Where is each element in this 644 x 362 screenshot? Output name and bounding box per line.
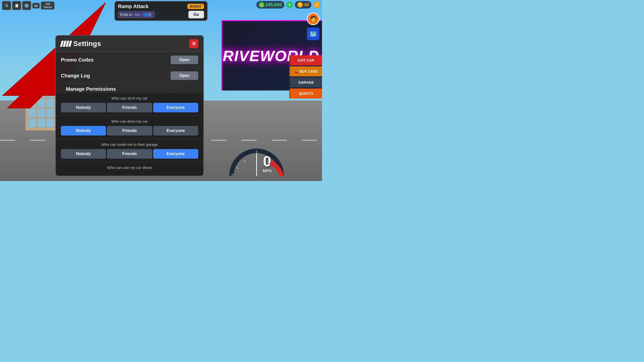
green-currency-icon: 💰: [259, 2, 264, 8]
gold-currency-icon: 🪙: [297, 2, 303, 8]
ramp-attack-banner: Ramp Attack BOOST Ends in: 44s 👥 3 Go: [114, 1, 208, 21]
speedometer-arc: [229, 148, 284, 178]
settings-stripes-icon: [61, 41, 71, 47]
drive-question: Who can drive my car: [61, 119, 198, 123]
doors-permission-group: Who can use my car doors: [56, 162, 203, 175]
ramp-attack-title: Ramp Attack: [118, 4, 149, 9]
sit-everyone-button[interactable]: Everyone: [153, 103, 198, 112]
sit-friends-button[interactable]: Friends: [107, 103, 152, 112]
ends-in-label: Ends in:: [120, 13, 133, 17]
player-avatar: 🧑: [307, 13, 319, 25]
drive-permission-group: Who can drive my car Nobody Friends Ever…: [56, 116, 203, 139]
add-gold-button[interactable]: +: [313, 2, 320, 8]
green-currency: 💰 245,000: [256, 1, 284, 9]
player-info: Still Glacier: [41, 2, 55, 10]
sit-buttons: Nobody Friends Everyone: [61, 103, 198, 112]
garage-friends-button[interactable]: Friends: [107, 149, 152, 159]
drive-nobody-button[interactable]: Nobody: [61, 126, 106, 135]
player-sub: Glacier: [43, 6, 52, 9]
garage-permission-group: Who can invite me to their garage Nobody…: [56, 139, 203, 162]
svg-line-3: [236, 167, 238, 169]
svg-line-6: [268, 160, 269, 163]
settings-button[interactable]: ⚙️: [22, 1, 31, 10]
multiplier-badge: 1x: [32, 3, 40, 9]
manage-permissions-section: Manage Permissions: [56, 84, 203, 93]
ends-in-display: Ends in: 44s 👥 3: [118, 11, 155, 18]
player-count: 👥 3: [142, 12, 152, 17]
garage-everyone-button[interactable]: Everyone: [153, 149, 198, 159]
map-icon[interactable]: 🗺️: [307, 28, 319, 40]
settings-header: Settings ✕: [56, 36, 203, 52]
settings-title: Settings: [61, 40, 101, 48]
gold-amount: 40: [304, 2, 309, 8]
player-name: Still: [46, 3, 50, 6]
right-buttons: EXIT CAR 🚗 BUY CARS GARAGE QUESTS: [289, 55, 322, 99]
list-button[interactable]: 📋: [12, 1, 21, 10]
sit-nobody-button[interactable]: Nobody: [61, 103, 106, 112]
promo-codes-row: Promo Codes Open: [56, 52, 203, 68]
timer-value: 44s: [135, 13, 140, 17]
drive-everyone-button[interactable]: Everyone: [153, 126, 198, 135]
garage-buttons: Nobody Friends Everyone: [61, 149, 198, 159]
settings-close-button[interactable]: ✕: [189, 39, 198, 48]
change-log-open-button[interactable]: Open: [171, 71, 198, 80]
promo-codes-open-button[interactable]: Open: [171, 56, 198, 64]
green-amount: 245,000: [265, 2, 282, 8]
gold-currency: 🪙 40: [295, 1, 311, 9]
doors-question: Who can use my car doors: [61, 165, 198, 170]
boost-button[interactable]: BOOST: [187, 4, 204, 9]
garage-nobody-button[interactable]: Nobody: [61, 149, 106, 159]
buy-cars-button[interactable]: 🚗 BUY CARS: [289, 66, 322, 76]
settings-body: Promo Codes Open Change Log Open Manage …: [56, 52, 203, 175]
svg-line-4: [244, 160, 245, 163]
settings-modal: Settings ✕ Promo Codes Open Change Log O…: [55, 35, 204, 176]
garage-question: Who can invite me to their garage: [61, 142, 198, 147]
sit-permission-group: Who can sit in my car Nobody Friends Eve…: [56, 93, 203, 116]
quests-button[interactable]: QUESTS: [289, 88, 322, 99]
change-log-row: Change Log Open: [56, 68, 203, 84]
garage-button[interactable]: GARAGE: [289, 77, 322, 87]
drive-friends-button[interactable]: Friends: [107, 126, 152, 135]
promo-codes-label: Promo Codes: [61, 57, 94, 63]
currency-bar: 💰 245,000 + 🪙 40 +: [256, 1, 320, 9]
multiplier-value: 1x: [34, 4, 38, 8]
go-button[interactable]: Go: [188, 11, 204, 18]
menu-button[interactable]: ☰: [2, 1, 11, 10]
add-green-button[interactable]: +: [286, 2, 293, 8]
drive-buttons: Nobody Friends Everyone: [61, 126, 198, 135]
manage-permissions-label: Manage Permissions: [61, 84, 121, 95]
sit-question: Who can sit in my car: [61, 96, 198, 100]
change-log-label: Change Log: [61, 73, 90, 79]
exit-car-button[interactable]: EXIT CAR: [289, 55, 322, 65]
